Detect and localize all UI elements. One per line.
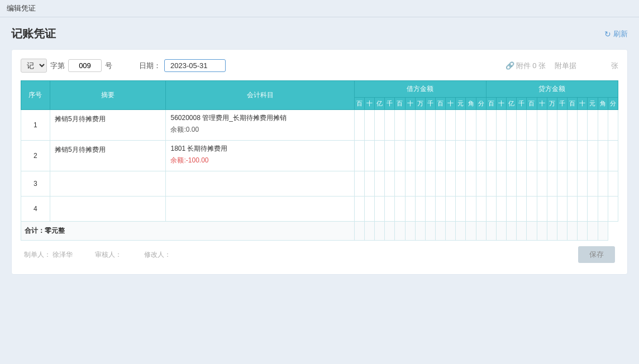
row-3-amount-25[interactable] xyxy=(608,197,618,222)
row-0-amount-6[interactable] xyxy=(415,110,425,141)
row-3-amount-9[interactable] xyxy=(446,197,456,222)
save-button[interactable]: 保存 xyxy=(578,246,615,263)
row-2-amount-8[interactable] xyxy=(436,171,446,197)
row-0-amount-17[interactable] xyxy=(527,110,537,141)
row-3-amount-17[interactable] xyxy=(527,197,537,222)
row-3-amount-7[interactable] xyxy=(425,197,435,222)
row-2-amount-15[interactable] xyxy=(507,171,517,197)
row-0-amount-0[interactable] xyxy=(354,110,364,141)
row-summary-3[interactable] xyxy=(50,197,166,222)
row-account-1[interactable]: 1801 长期待摊费用余额:-100.00 xyxy=(166,141,354,171)
row-2-amount-3[interactable] xyxy=(385,171,395,197)
row-2-amount-20[interactable] xyxy=(557,171,567,197)
row-0-amount-5[interactable] xyxy=(405,110,415,141)
row-2-amount-6[interactable] xyxy=(415,171,425,197)
row-2-amount-5[interactable] xyxy=(405,171,415,197)
row-0-amount-10[interactable] xyxy=(456,110,466,141)
row-1-amount-17[interactable] xyxy=(527,141,537,171)
row-1-amount-10[interactable] xyxy=(456,141,466,171)
row-3-amount-16[interactable] xyxy=(517,197,527,222)
row-2-amount-14[interactable] xyxy=(496,171,506,197)
row-1-amount-14[interactable] xyxy=(496,141,506,171)
row-1-amount-6[interactable] xyxy=(415,141,425,171)
row-1-amount-1[interactable] xyxy=(364,141,374,171)
row-1-amount-23[interactable] xyxy=(588,141,598,171)
row-0-amount-8[interactable] xyxy=(436,110,446,141)
row-3-amount-10[interactable] xyxy=(456,197,466,222)
row-3-amount-18[interactable] xyxy=(537,197,547,222)
row-1-amount-8[interactable] xyxy=(436,141,446,171)
row-summary-0[interactable]: 摊销5月待摊费用 xyxy=(50,110,166,141)
row-3-amount-4[interactable] xyxy=(395,197,405,222)
row-1-amount-12[interactable] xyxy=(476,141,486,171)
row-2-amount-12[interactable] xyxy=(476,171,486,197)
row-3-amount-15[interactable] xyxy=(507,197,517,222)
row-3-amount-13[interactable] xyxy=(486,197,496,222)
row-3-amount-6[interactable] xyxy=(415,197,425,222)
row-1-amount-4[interactable] xyxy=(395,141,405,171)
voucher-type-select[interactable]: 记 xyxy=(21,59,47,73)
row-2-amount-21[interactable] xyxy=(568,171,578,197)
row-2-amount-24[interactable] xyxy=(598,171,608,197)
row-3-amount-24[interactable] xyxy=(598,197,608,222)
row-2-amount-18[interactable] xyxy=(537,171,547,197)
row-1-amount-15[interactable] xyxy=(507,141,517,171)
row-2-amount-22[interactable] xyxy=(578,171,588,197)
row-0-amount-21[interactable] xyxy=(568,110,578,141)
row-2-amount-11[interactable] xyxy=(466,171,476,197)
row-1-amount-24[interactable] xyxy=(598,141,608,171)
row-2-amount-7[interactable] xyxy=(425,171,435,197)
row-account-3[interactable] xyxy=(166,197,354,222)
row-account-0[interactable]: 56020008 管理费用_长期待摊费用摊销余额:0.00 xyxy=(166,110,354,141)
attachment-link[interactable]: 🔗 附件 0 张 xyxy=(506,61,546,71)
row-2-amount-17[interactable] xyxy=(527,171,537,197)
row-0-amount-16[interactable] xyxy=(517,110,527,141)
row-2-amount-9[interactable] xyxy=(446,171,456,197)
row-0-amount-22[interactable] xyxy=(578,110,588,141)
row-account-2[interactable] xyxy=(166,171,354,197)
row-2-amount-16[interactable] xyxy=(517,171,527,197)
row-2-amount-10[interactable] xyxy=(456,171,466,197)
row-1-amount-9[interactable] xyxy=(446,141,456,171)
row-1-amount-21[interactable] xyxy=(568,141,578,171)
row-3-amount-5[interactable] xyxy=(405,197,415,222)
row-0-amount-18[interactable] xyxy=(537,110,547,141)
row-0-amount-12[interactable] xyxy=(476,110,486,141)
row-summary-1[interactable]: 摊销5月待摊费用 xyxy=(50,141,166,171)
row-2-amount-25[interactable] xyxy=(608,171,618,197)
row-3-amount-21[interactable] xyxy=(568,197,578,222)
row-3-amount-0[interactable] xyxy=(354,197,364,222)
row-0-amount-20[interactable] xyxy=(557,110,567,141)
single-receipt-btn[interactable]: 附单据 xyxy=(555,61,576,71)
row-1-amount-13[interactable] xyxy=(486,141,496,171)
row-0-amount-9[interactable] xyxy=(446,110,456,141)
row-2-amount-23[interactable] xyxy=(588,171,598,197)
row-0-amount-25[interactable] xyxy=(608,110,618,141)
row-0-amount-7[interactable] xyxy=(425,110,435,141)
row-0-amount-3[interactable] xyxy=(385,110,395,141)
row-summary-2[interactable] xyxy=(50,171,166,197)
row-1-amount-25[interactable] xyxy=(608,141,618,171)
row-3-amount-8[interactable] xyxy=(436,197,446,222)
row-3-amount-19[interactable] xyxy=(547,197,557,222)
row-3-amount-1[interactable] xyxy=(364,197,374,222)
row-1-amount-11[interactable] xyxy=(466,141,476,171)
row-2-amount-19[interactable] xyxy=(547,171,557,197)
row-1-amount-3[interactable] xyxy=(385,141,395,171)
row-3-amount-11[interactable] xyxy=(466,197,476,222)
row-2-amount-2[interactable] xyxy=(375,171,385,197)
row-0-amount-15[interactable] xyxy=(507,110,517,141)
row-0-amount-11[interactable] xyxy=(466,110,476,141)
row-1-amount-7[interactable] xyxy=(425,141,435,171)
row-3-amount-22[interactable] xyxy=(578,197,588,222)
voucher-number-input[interactable] xyxy=(68,59,102,72)
row-0-amount-19[interactable] xyxy=(547,110,557,141)
row-1-amount-22[interactable] xyxy=(578,141,588,171)
row-1-amount-18[interactable] xyxy=(537,141,547,171)
date-input[interactable] xyxy=(164,59,226,72)
row-0-amount-13[interactable] xyxy=(486,110,496,141)
row-0-amount-1[interactable] xyxy=(364,110,374,141)
row-2-amount-13[interactable] xyxy=(486,171,496,197)
row-1-amount-19[interactable] xyxy=(547,141,557,171)
row-0-amount-14[interactable] xyxy=(496,110,506,141)
